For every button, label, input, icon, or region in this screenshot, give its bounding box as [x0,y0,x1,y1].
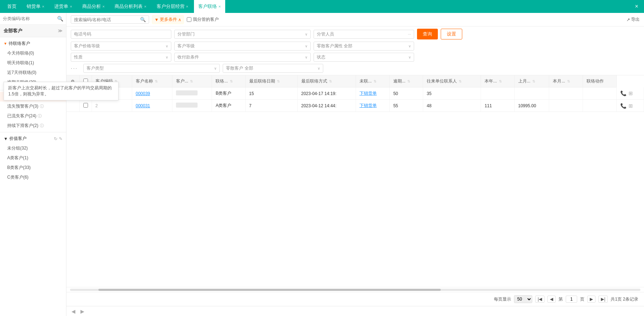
sidebar-item-class-a[interactable]: A类客户(1) [0,153,66,163]
retail-attr-field[interactable]: 零散客户属性 全部 ∨ [314,42,414,51]
sort-this-month-icon[interactable]: ⇅ [567,79,570,83]
sort-method-icon[interactable]: ⇅ [329,79,332,83]
more-filters-button[interactable]: ▼ 更多条件 ∧ [152,15,184,24]
customer-search-input[interactable] [74,17,139,22]
tab-customer-mgmt-label: 客户分层经营 [157,3,185,10]
bottom-prev-arrow[interactable]: ◀ [70,308,77,314]
sidebar-item-declining[interactable]: 持续下滑客户(2) ⓘ [0,121,66,131]
price-level-field[interactable]: 客户价格等级 ∨ [71,42,171,51]
row1-last-method[interactable]: 下销货单 [356,88,389,100]
next-page-button[interactable]: ▶ [587,296,596,303]
nature-field[interactable]: 性质 ∨ [71,53,171,62]
sidebar-item-class-c[interactable]: C类客户(6) [0,173,66,182]
my-customer-checkbox[interactable] [187,17,191,22]
sort-date-icon[interactable]: ⇅ [277,79,280,83]
tab-home[interactable]: 首页 [3,0,21,13]
tab-product-analysis[interactable]: 商品分析 × [78,0,109,13]
retail-customer-caret: ∨ [318,66,320,70]
refresh-icon[interactable]: ↻ [54,136,57,141]
col-no-contact: 未联... ⇅ [356,75,389,88]
sidebar-item-tomorrow[interactable]: 明天待联络(1) [0,58,66,68]
sidebar-value-group[interactable]: ▼ 价值客户 ↻ ✎ [0,134,66,143]
tab-product-list-close[interactable]: × [144,4,146,9]
sidebar-item-class-b[interactable]: B类客户(33) [0,163,66,173]
tab-customer-mgmt-close[interactable]: × [186,4,188,9]
tab-customer-contact-close[interactable]: × [218,4,221,9]
per-page-select[interactable]: 50 100 200 [514,295,532,303]
filter-row-3: 性质 ∨ 收付款条件 ∨ 状态 ∨ [71,53,640,62]
export-arrow-icon: ↗ [626,17,630,22]
tab-customer-contact[interactable]: 客户联络 × [194,0,225,13]
dept-caret: ∨ [305,32,307,36]
customer-search-icon[interactable]: 🔍 [140,17,146,22]
sort-level-icon[interactable]: ⇅ [190,79,193,83]
retail-customer-label: 零散客户 全部 [226,65,253,71]
tab-purchase-close[interactable]: × [70,4,72,9]
sort-contacts-icon[interactable]: ⇅ [459,79,462,83]
retail-attr-caret: ∨ [408,44,411,48]
row1-last-date: 2023-04-17 14:19: [297,88,356,100]
sidebar-item-today[interactable]: 今天待联络(0) [0,48,66,58]
dept-field[interactable]: 分管部门 ∨ [174,30,311,39]
page-number-input[interactable] [566,296,577,303]
row1-phone-icon[interactable]: 📞 [620,90,626,96]
divider-2 [0,132,66,132]
row1-grid-icon[interactable]: ⊞ [629,90,633,96]
sort-year-icon[interactable]: ⇅ [499,79,502,83]
first-page-button[interactable]: |◀ [535,296,545,303]
sidebar-group-pending-title[interactable]: ▼ 待联络客户 [0,39,66,48]
customer-level-caret: ∨ [305,44,307,48]
scroll-thumb[interactable] [98,289,441,291]
window-close-button[interactable]: × [632,3,641,10]
customer-type-caret: ∨ [214,66,217,70]
edit-icon[interactable]: ✎ [59,136,62,141]
status-field[interactable]: 状态 ∨ [314,53,414,62]
bottom-next-arrow[interactable]: ▶ [79,308,86,314]
horizontal-scrollbar[interactable] [66,287,644,292]
export-button[interactable]: ↗ 导出 [626,16,640,23]
row2-code[interactable]: 000031 [132,100,172,112]
row1-code[interactable]: 000039 [132,88,172,100]
tab-product-analysis-close[interactable]: × [102,4,105,9]
arrow-down-icon: ▼ [4,42,7,46]
tab-customer-mgmt[interactable]: 客户分层经营 × [152,0,193,13]
dept-label: 分管部门 [177,31,195,37]
tab-purchase[interactable]: 进货单 × [50,0,76,13]
col-this-year: 本年... ⇅ [481,75,514,88]
sidebar-item-week[interactable]: 近7天待联络(0) [0,68,66,77]
price-level-label: 客户价格等级 [74,43,100,49]
prev-page-button[interactable]: ◀ [547,296,556,303]
row2-phone-icon[interactable]: 📞 [620,103,626,109]
customer-level-field[interactable]: 客户等级 ∨ [174,42,311,51]
tab-sales[interactable]: 销货单 × [22,0,48,13]
sidebar-collapse-icon[interactable]: ≫ [58,28,62,33]
sort-last-month-icon[interactable]: ⇅ [532,79,535,83]
value-arrow-icon: ▼ [4,136,8,141]
tab-sales-close[interactable]: × [42,4,44,9]
row2-checkbox[interactable] [83,103,88,108]
query-button[interactable]: 查询 [417,29,438,39]
row1-contacts [481,88,514,100]
sidebar-search-icon[interactable]: 🔍 [57,16,63,22]
more-dots[interactable]: ··· [71,65,78,72]
info-icon-3: ⓘ [38,113,42,119]
last-page-button[interactable]: ▶| [598,296,608,303]
row2-grid-icon[interactable]: ⊞ [629,103,633,109]
row2-last-method[interactable]: 下销货单 [356,100,389,112]
phone-field[interactable]: 电话号码 [71,30,171,39]
person-field[interactable]: 分管人员 ··· [314,30,414,39]
sort-name-icon[interactable]: ⇅ [155,79,158,83]
sort-overdue-icon[interactable]: ⇅ [407,79,410,83]
tab-product-list[interactable]: 商品分析列表 × [110,0,150,13]
more-filters-label: 更多条件 [160,16,177,23]
sidebar-item-ungroup[interactable]: 未分组(32) [0,143,66,153]
sort-contact-icon[interactable]: ⇅ [230,79,233,83]
settings-button[interactable]: 设置 [441,29,462,39]
sidebar-item-lost[interactable]: 已流失客户(24) ⓘ [0,111,66,121]
customer-type-field[interactable]: 客户类型 ∨ [83,64,220,73]
payment-field[interactable]: 收付款条件 ∨ [174,53,311,62]
sort-no-contact-icon[interactable]: ⇅ [374,79,376,83]
sidebar-item-loss-warning[interactable]: 流失预警客户(3) ⓘ [0,102,66,111]
sidebar-search-input[interactable] [3,16,57,21]
retail-customer-field[interactable]: 零散客户 全部 ∨ [223,64,323,73]
